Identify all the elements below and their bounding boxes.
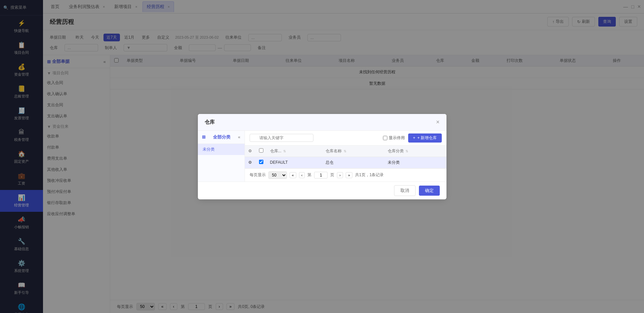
- modal-per-page-label: 每页显示: [250, 172, 266, 178]
- modal-close-button[interactable]: ×: [436, 119, 440, 126]
- all-categories-label: 全部分类: [213, 134, 230, 140]
- uncategorized-label: 未分类: [203, 147, 215, 152]
- modal-last-page[interactable]: »: [346, 172, 352, 178]
- add-warehouse-button[interactable]: + + 新增仓库: [408, 133, 441, 143]
- modal-th-category[interactable]: 仓库分类 ⇅: [384, 146, 446, 157]
- grid-icon2: ⊞: [202, 134, 206, 140]
- modal-footer: 取消 确定: [198, 182, 446, 199]
- modal-th-code[interactable]: 仓库... ⇅: [267, 146, 323, 157]
- plus-icon: +: [413, 135, 415, 140]
- row-name: 总仓: [322, 157, 384, 168]
- confirm-button[interactable]: 确定: [419, 186, 440, 196]
- modal-page-prefix: 第: [307, 172, 311, 178]
- modal-next-page[interactable]: ›: [337, 172, 343, 178]
- modal-table-wrap: ⚙ 仓库... ⇅ 仓库名称 ⇅ 仓库分类 ⇅: [245, 146, 446, 168]
- sort-arrows-category: ⇅: [405, 149, 408, 153]
- modal-th-settings: ⚙: [245, 146, 256, 157]
- modal-overlay: 仓库 × ⊞ 全部分类 « 未分类 🔍: [0, 0, 644, 313]
- row-checkbox[interactable]: [259, 160, 263, 164]
- modal-total: 共1页，1条记录: [355, 172, 384, 178]
- modal-title: 仓库: [205, 119, 215, 125]
- modal-sidebar: ⊞ 全部分类 « 未分类: [198, 131, 245, 182]
- sort-arrows-name: ⇅: [344, 149, 346, 153]
- modal-pagination: 每页显示 50 100 « ‹ 第 页 › » 共1页，1条记录: [245, 168, 446, 182]
- show-disabled-label: 显示停用: [389, 135, 405, 141]
- modal-per-page-select[interactable]: 50 100: [268, 171, 287, 179]
- row-code: DEFAULT: [267, 157, 323, 168]
- modal-sidebar-uncategorized[interactable]: 未分类: [198, 144, 245, 155]
- search-wrap: 🔍: [250, 134, 380, 142]
- cancel-button[interactable]: 取消: [394, 185, 416, 196]
- modal-sidebar-all[interactable]: ⊞ 全部分类 «: [198, 131, 245, 144]
- row-checkbox-cell: [256, 157, 267, 168]
- row-settings-icon: ⚙: [245, 157, 256, 168]
- modal-page-suffix: 页: [330, 172, 334, 178]
- row-category: 未分类: [384, 157, 446, 168]
- table-row[interactable]: ⚙ DEFAULT 总仓 未分类: [245, 157, 446, 168]
- disabled-checkbox-input[interactable]: [383, 136, 387, 140]
- warehouse-search-input[interactable]: [250, 134, 313, 142]
- modal-prev-page[interactable]: ‹: [299, 172, 305, 178]
- modal-select-all[interactable]: [259, 148, 263, 153]
- modal-right: 🔍 显示停用 + + 新增仓库: [245, 131, 446, 182]
- sidebar-collapse-icon[interactable]: «: [238, 134, 240, 140]
- modal-toolbar: 🔍 显示停用 + + 新增仓库: [245, 131, 446, 146]
- modal-table: ⚙ 仓库... ⇅ 仓库名称 ⇅ 仓库分类 ⇅: [245, 146, 446, 168]
- modal-header: 仓库 ×: [198, 114, 446, 131]
- modal-first-page[interactable]: «: [290, 172, 296, 178]
- sort-arrows-code: ⇅: [283, 149, 286, 153]
- modal-th-checkbox: [256, 146, 267, 157]
- show-disabled-checkbox[interactable]: 显示停用: [383, 135, 405, 141]
- warehouse-modal: 仓库 × ⊞ 全部分类 « 未分类 🔍: [198, 114, 446, 199]
- modal-th-name[interactable]: 仓库名称 ⇅: [322, 146, 384, 157]
- modal-page-input[interactable]: [314, 172, 328, 179]
- modal-body: ⊞ 全部分类 « 未分类 🔍 显示停用: [198, 131, 446, 182]
